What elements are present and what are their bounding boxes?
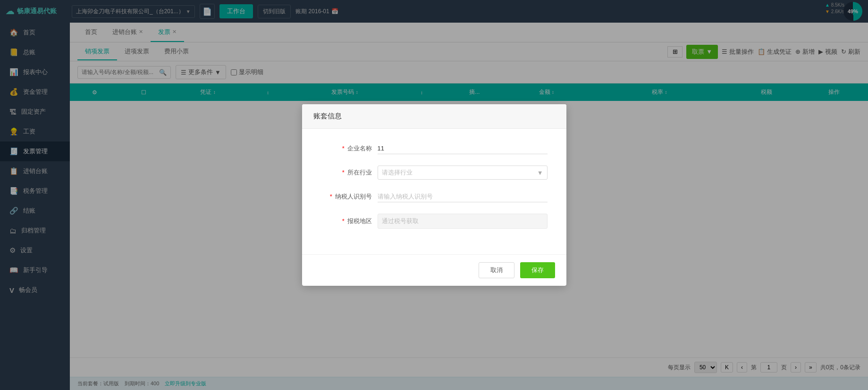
company-name-input[interactable] [378, 143, 548, 154]
industry-label: * 所在行业 [321, 168, 378, 177]
industry-chevron-icon: ▼ [537, 169, 543, 176]
cancel-button[interactable]: 取消 [479, 262, 514, 278]
tax-region-display: 通过税号获取 [378, 214, 548, 229]
modal-overlay: 账套信息 * 企业名称 * 所在行业 请选择行业 ▼ [0, 0, 868, 390]
account-info-dialog: 账套信息 * 企业名称 * 所在行业 请选择行业 ▼ [302, 104, 566, 286]
dialog-title: 账套信息 [302, 104, 566, 129]
tax-region-label: * 报税地区 [321, 217, 378, 225]
form-row-tax-region: * 报税地区 通过税号获取 [321, 214, 548, 229]
tax-id-input[interactable] [378, 191, 548, 202]
dialog-body: * 企业名称 * 所在行业 请选择行业 ▼ * [302, 129, 566, 254]
tax-id-label: * 纳税人识别号 [321, 192, 378, 201]
form-row-company: * 企业名称 [321, 143, 548, 154]
company-name-label: * 企业名称 [321, 144, 378, 153]
industry-select[interactable]: 请选择行业 ▼ [378, 166, 548, 180]
dialog-footer: 取消 保存 [302, 254, 566, 286]
form-row-industry: * 所在行业 请选择行业 ▼ [321, 166, 548, 180]
save-button[interactable]: 保存 [520, 262, 555, 278]
form-row-tax-id: * 纳税人识别号 [321, 191, 548, 202]
